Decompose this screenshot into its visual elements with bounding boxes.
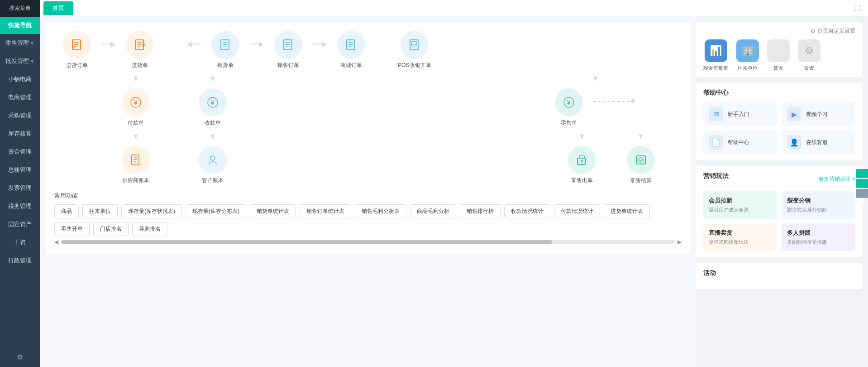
marketing-item-0[interactable]: 会员拉新吸引用户成为会员 (703, 191, 777, 219)
retail-outbound-icon (568, 146, 596, 174)
sidebar-item-purchase[interactable]: 采购管理 (0, 106, 40, 125)
help-title: 帮助中心 (703, 89, 855, 97)
func-btn-门店排名[interactable]: 门店排名 (93, 222, 129, 236)
qa-icon-item-2[interactable]: 暂无 (767, 39, 790, 72)
tab-bar-right: ⛶ (851, 3, 864, 14)
sidebar-item-salary[interactable]: 工资 (0, 233, 40, 251)
tab-bar: 首页 ⛶ (40, 0, 868, 16)
svg-text:¥: ¥ (639, 159, 642, 163)
marketing-sub-1: 裂变式发展分销商 (787, 207, 850, 213)
flow-node-pos[interactable]: POS收银开单 (392, 31, 437, 69)
svg-rect-35 (577, 158, 586, 164)
scroll-track[interactable] (61, 240, 675, 244)
marketing-item-1[interactable]: 裂变分销裂变式发展分销商 (782, 191, 855, 219)
func-btn-现存量(库存分布表)[interactable]: 现存量(库存分布表) (186, 204, 246, 218)
expand-icon[interactable]: ⛶ (851, 3, 864, 14)
gear-icon: ⚙ (811, 28, 816, 34)
sidebar-item-invoice[interactable]: 发票管理 (0, 179, 40, 197)
scroll-right-icon[interactable]: ▶ (677, 239, 682, 245)
flow-diagram: 进货订单 ▶ 进货单 (54, 31, 682, 184)
sidebar-item-fixed-assets[interactable]: 固定资产 (0, 215, 40, 233)
sidebar-nav-header: 快捷导航 (0, 17, 40, 34)
retail-slip-icon: ¥ (555, 88, 583, 116)
sidebar-item-inventory[interactable]: 库存核算 (0, 125, 40, 143)
flow-node-sales[interactable]: 销货单 (203, 31, 248, 69)
func-btn-销售排行榜[interactable]: 销售排行榜 (460, 204, 501, 218)
scroll-bar: ◀ ▶ (54, 236, 682, 247)
arrow-pos-retail: ▶ (591, 98, 636, 118)
marketing-item-3[interactable]: 多人拼团拼团购物享受优惠 (782, 223, 855, 251)
func-btn-收款情况统计[interactable]: 收款情况统计 (504, 204, 550, 218)
help-item-1[interactable]: ▶视频学习 (782, 102, 855, 126)
svg-rect-21 (411, 42, 417, 45)
flow-node-supplier-book[interactable]: 供应商账本 (113, 146, 158, 184)
func-btn-销货单统计表[interactable]: 销货单统计表 (250, 204, 296, 218)
sidebar-item-admin[interactable]: 行政管理 (0, 251, 40, 270)
qa-icon-label-1: 往来单位 (738, 65, 758, 72)
func-btn-零售开单[interactable]: 零售开单 (54, 222, 90, 236)
flow-node-customer-book[interactable]: 客户账本 (190, 146, 235, 184)
flow-node-purchase[interactable]: 进货单 (117, 31, 162, 69)
pos-icon (401, 31, 429, 59)
sidebar-item-finance[interactable]: 资金管理 (0, 143, 40, 161)
help-item-2[interactable]: 📄帮助中心 (703, 130, 777, 154)
flow-node-retail-slip[interactable]: ¥ 零售单 (546, 88, 591, 127)
svg-rect-16 (347, 40, 355, 50)
sidebar-item-ecom-mgmt[interactable]: 电商管理 (0, 88, 40, 106)
flow-node-purchase-order[interactable]: 进货订单 (54, 31, 100, 69)
flow-node-retail-outbound[interactable]: 零售出库 (559, 146, 605, 184)
flow-node-payment[interactable]: ¥ 付款单 (113, 88, 158, 127)
sidebar-item-retail[interactable]: 零售管理 ▼ (0, 34, 40, 52)
marketing-item-2[interactable]: 直播卖货场景式购物新玩法 (703, 223, 777, 251)
qa-icon-item-3[interactable]: ⚙设置 (798, 39, 820, 72)
sidebar-search[interactable]: 搜索菜单 (0, 0, 40, 17)
float-btn-desktop[interactable]: 桌面快捷 (856, 189, 868, 198)
arrow-4-5: ▶ (248, 40, 266, 60)
flow-node-retail-settle[interactable]: ¥ 零售结算 (618, 146, 663, 184)
qa-icon-box-2 (767, 39, 790, 62)
help-item-0[interactable]: ✉新手入门 (703, 102, 777, 126)
svg-rect-12 (284, 40, 292, 50)
func-btn-付款情况统计[interactable]: 付款情况统计 (554, 204, 600, 218)
marketing-sub-3: 拼团购物享受优惠 (787, 239, 850, 246)
svg-text:¥: ¥ (134, 99, 138, 106)
func-btn-导购排名[interactable]: 导购排名 (132, 222, 167, 236)
flow-node-receipt[interactable]: ¥ 收款单 (190, 88, 235, 127)
qa-icon-item-1[interactable]: 🏢往来单位 (736, 39, 759, 72)
help-item-3[interactable]: 👤在线客服 (782, 130, 855, 154)
sidebar-item-general-ledger[interactable]: 总账管理 (0, 161, 40, 179)
activity-section: 活动 (696, 263, 863, 289)
func-btn-商品毛利分析[interactable]: 商品毛利分析 (410, 204, 456, 218)
func-btn-往来单位[interactable]: 往来单位 (82, 204, 118, 218)
homepage-settings-link[interactable]: ⚙ 首页自定义设置 (811, 27, 855, 35)
scroll-left-icon[interactable]: ◀ (54, 239, 58, 245)
help-text-1: 视频学习 (806, 111, 828, 118)
marketing-title: 营销玩法 (703, 172, 729, 180)
sidebar-item-ecom[interactable]: 小畅电商 (0, 70, 40, 88)
sidebar-item-tax[interactable]: 税务管理 (0, 197, 40, 215)
main-panel: 进货订单 ▶ 进货单 (40, 16, 696, 367)
flow-row-2: ¥ 付款单 ¥ 收款单 (54, 88, 682, 127)
float-btn-community[interactable]: 服务社区 (856, 179, 868, 188)
sidebar-item-wholesale[interactable]: 批发管理 ▼ (0, 52, 40, 70)
activity-title: 活动 (703, 269, 855, 277)
qa-icon-item-0[interactable]: 📊现金流量表 (703, 39, 728, 72)
svg-rect-8 (221, 40, 229, 50)
func-buttons: 商品往来单位现存量(库存状况表)现存量(库存分布表)销货单统计表销售订单统计表销… (54, 204, 682, 236)
scroll-thumb (61, 240, 552, 244)
func-btn-进货单统计表[interactable]: 进货单统计表 (604, 204, 650, 218)
func-btn-现存量(库存状况表)[interactable]: 现存量(库存状况表) (121, 204, 182, 218)
func-btn-商品[interactable]: 商品 (54, 204, 79, 218)
flow-node-sales-order[interactable]: 销售订单 (266, 31, 311, 69)
purchase-order-icon (63, 31, 91, 59)
float-btn-hotline[interactable]: 客服热线 (856, 169, 868, 178)
sales-icon (211, 31, 239, 59)
settings-bottom-icon[interactable]: ⚙ (0, 348, 40, 367)
func-btn-销售订单统计表[interactable]: 销售订单统计表 (300, 204, 351, 218)
marketing-more-link[interactable]: 更多营销玩法 > (818, 175, 855, 183)
tab-home[interactable]: 首页 (43, 1, 73, 15)
func-btn-销售毛利分析表[interactable]: 销售毛利分析表 (355, 204, 406, 218)
flow-node-mall-order[interactable]: 商城订单 (329, 31, 374, 69)
qa-icon-label-3: 设置 (804, 65, 814, 72)
qa-icons: 📊现金流量表🏢往来单位暂无⚙设置 (703, 39, 855, 72)
